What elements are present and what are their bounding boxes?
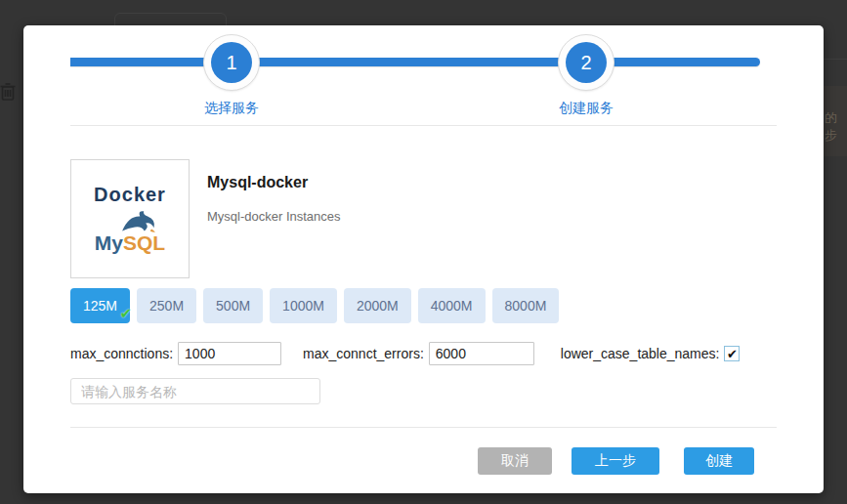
max-connect-errors-input[interactable]	[429, 342, 534, 365]
memory-option-label: 250M	[149, 298, 184, 314]
docker-wordmark: Docker	[94, 184, 166, 206]
previous-step-button[interactable]: 上一步	[572, 447, 659, 475]
service-name-input[interactable]	[70, 378, 320, 404]
max-connect-errors-label: max_connct_errors:	[303, 346, 424, 361]
memory-option-4000m[interactable]: 4000M	[418, 288, 486, 323]
memory-option-1000m[interactable]: 1000M	[270, 288, 337, 323]
wizard-progress-bar	[70, 58, 760, 66]
trash-icon	[0, 82, 16, 102]
create-service-wizard-page: { "background": { "trash_icon": "trash",…	[0, 0, 847, 504]
memory-option-125m[interactable]: 125M ✔	[70, 288, 130, 323]
mysql-wordmark: MySQL	[95, 231, 165, 255]
create-button[interactable]: 创建	[684, 447, 754, 475]
lower-case-table-names-label: lower_case_table_names:	[561, 346, 720, 361]
wizard-step-1[interactable]: 1	[203, 34, 260, 91]
parameters-row: max_connctions: max_connct_errors: lower…	[70, 342, 740, 365]
service-logo: Docker MySQL	[70, 159, 190, 278]
checkmark-icon: ✔	[727, 348, 738, 360]
lower-case-table-names-checkbox[interactable]: ✔	[724, 346, 740, 361]
memory-option-label: 1000M	[282, 298, 324, 314]
memory-option-label: 125M	[83, 298, 117, 314]
step-ring: 2	[558, 34, 614, 91]
memory-option-group: 125M ✔ 250M 500M 1000M 2000M 4000M 8000M	[70, 288, 559, 323]
memory-option-8000m[interactable]: 8000M	[492, 288, 560, 323]
max-connections-label: max_connctions:	[70, 346, 173, 361]
header-separator	[70, 125, 777, 126]
mysql-wordmark-sql: SQL	[123, 231, 165, 254]
cancel-button[interactable]: 取消	[478, 447, 552, 475]
mysql-dolphin-icon	[119, 208, 158, 233]
selected-check-icon: ✔	[119, 296, 132, 331]
step-1-circle: 1	[211, 42, 252, 83]
memory-option-250m[interactable]: 250M	[137, 288, 196, 323]
footer-separator	[70, 427, 777, 428]
memory-option-2000m[interactable]: 2000M	[344, 288, 411, 323]
wizard-step-1-label: 选择服务	[163, 100, 300, 117]
mysql-wordmark-my: My	[95, 231, 123, 254]
memory-option-label: 4000M	[431, 298, 473, 314]
max-connections-input[interactable]	[178, 342, 281, 365]
memory-option-label: 2000M	[357, 298, 399, 314]
wizard-step-2-label: 创建服务	[518, 100, 655, 117]
service-subtitle: Mysql-docker Instances	[207, 209, 341, 224]
memory-option-label: 8000M	[505, 298, 547, 314]
step-2-circle: 2	[566, 42, 607, 83]
create-service-dialog: 1 选择服务 2 创建服务 Docker MySQL Mysql-docker …	[23, 25, 824, 493]
wizard-step-2[interactable]: 2	[558, 34, 614, 91]
step-ring: 1	[203, 34, 260, 91]
memory-option-label: 500M	[216, 298, 250, 314]
service-title: Mysql-docker	[207, 174, 308, 191]
memory-option-500m[interactable]: 500M	[203, 288, 263, 323]
